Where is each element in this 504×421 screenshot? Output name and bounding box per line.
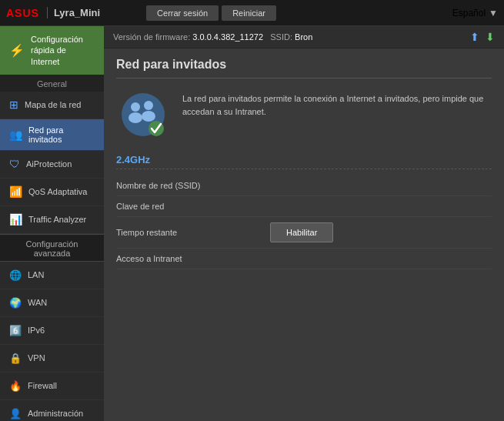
firmware-version: 3.0.0.4.382_11272 [192, 32, 263, 42]
form-row-key: Clave de red [116, 196, 492, 217]
product-name: Lyra_Mini [47, 7, 100, 18]
field-label-intranet: Acceso a Intranet [116, 254, 270, 263]
field-value-time: Habilitar [270, 222, 492, 242]
guest-network-icon: 👥 [9, 129, 22, 141]
sidebar-item-label: Administración [28, 409, 83, 418]
traffic-icon: 📊 [9, 213, 22, 226]
admin-icon: 👤 [9, 408, 22, 419]
aiprotection-icon: 🛡 [9, 158, 20, 170]
ssid-value: Bron [295, 32, 312, 42]
sidebar-item-vpn[interactable]: 🔒 VPN [0, 345, 104, 373]
sidebar-item-lan[interactable]: 🌐 LAN [0, 262, 104, 289]
sidebar-item-firewall[interactable]: 🔥 Firewall [0, 373, 104, 400]
sidebar-item-label: QoS Adaptativa [28, 187, 87, 196]
page-content: Red para invitados [104, 48, 504, 279]
firmware-info: Versión de firmware: 3.0.0.4.382_11272 S… [113, 32, 312, 42]
sidebar-item-label: Firewall [28, 381, 57, 390]
form-row-time: Tiempo restante Habilitar [116, 217, 492, 249]
qos-icon: 📶 [9, 185, 22, 198]
sidebar-item-label: Mapa de la red [25, 100, 81, 109]
form-row-intranet: Acceso a Intranet [116, 249, 492, 269]
sidebar-item-admin[interactable]: 👤 Administración [0, 400, 104, 421]
firmware-icons: ⬆ ⬇ [470, 31, 495, 43]
sidebar-item-label: WAN [28, 298, 47, 307]
asus-logo: ASUS [6, 7, 39, 19]
guest-network-svg [116, 90, 170, 140]
sidebar: ⚡ Configuración rápida de Internet Gener… [0, 26, 104, 421]
wan-icon: 🌍 [9, 297, 22, 309]
form-table: Nombre de red (SSID) Clave de red Tiempo… [116, 175, 492, 269]
sidebar-item-aiprotection[interactable]: 🛡 AiProtection [0, 151, 104, 179]
section-24ghz: 2.4GHz [116, 154, 492, 169]
form-row-ssid: Nombre de red (SSID) [116, 175, 492, 196]
logout-button[interactable]: Cerrar sesión [146, 5, 219, 21]
download-icon[interactable]: ⬇ [486, 31, 495, 43]
sidebar-item-quick-internet[interactable]: ⚡ Configuración rápida de Internet [0, 26, 104, 75]
sidebar-item-ipv6[interactable]: 6️⃣ IPv6 [0, 317, 104, 345]
firmware-label: Versión de firmware: [113, 32, 190, 42]
field-label-time: Tiempo restante [116, 228, 270, 237]
sidebar-item-label: Red para invitados [28, 125, 95, 144]
enable-button[interactable]: Habilitar [270, 222, 333, 242]
chevron-down-icon: ▼ [489, 8, 498, 18]
sidebar-item-label: LAN [28, 270, 44, 279]
upload-icon[interactable]: ⬆ [470, 31, 479, 43]
page-title: Red para invitados [116, 58, 492, 79]
network-map-icon: ⊞ [9, 99, 18, 111]
sidebar-item-wan[interactable]: 🌍 WAN [0, 289, 104, 317]
lan-icon: 🌐 [9, 269, 22, 281]
sidebar-item-label: Traffic Analyzer [28, 215, 86, 224]
sidebar-item-mapa[interactable]: ⊞ Mapa de la red [0, 92, 104, 119]
svg-point-1 [131, 102, 140, 112]
sidebar-section-general: General [0, 75, 104, 92]
main-content-area: Versión de firmware: 3.0.0.4.382_11272 S… [104, 26, 504, 421]
restart-button[interactable]: Reiniciar [222, 5, 276, 21]
sidebar-top-item-label: Configuración rápida de Internet [31, 34, 95, 67]
ipv6-icon: 6️⃣ [9, 325, 22, 336]
sidebar-item-label: VPN [28, 353, 45, 363]
svg-point-2 [129, 112, 142, 123]
firmware-bar: Versión de firmware: 3.0.0.4.382_11272 S… [104, 26, 504, 48]
lang-label: Español [452, 8, 486, 18]
logo: ASUS Lyra_Mini [6, 7, 100, 19]
vpn-icon: 🔒 [9, 353, 22, 364]
field-label-ssid: Nombre de red (SSID) [116, 181, 270, 190]
main-layout: ⚡ Configuración rápida de Internet Gener… [0, 26, 504, 421]
guest-network-illustration [116, 88, 170, 142]
sidebar-item-red-invitados[interactable]: 👥 Red para invitados [0, 119, 104, 151]
svg-point-3 [144, 101, 153, 110]
sidebar-item-label: IPv6 [28, 326, 45, 335]
svg-point-4 [142, 111, 155, 122]
firewall-icon: 🔥 [9, 380, 22, 392]
sidebar-item-traffic[interactable]: 📊 Traffic Analyzer [0, 206, 104, 234]
sidebar-item-label: AiProtection [26, 159, 72, 169]
header-buttons: Cerrar sesión Reiniciar [146, 5, 276, 21]
header: ASUS Lyra_Mini Cerrar sesión Reiniciar E… [0, 0, 504, 26]
ssid-label: SSID: [270, 32, 292, 42]
sidebar-section-advanced: Configuración avanzada [0, 234, 104, 262]
sidebar-item-qos[interactable]: 📶 QoS Adaptativa [0, 179, 104, 206]
info-box: La red para invitados permite la conexió… [116, 88, 492, 142]
language-selector[interactable]: Español ▼ [452, 8, 498, 18]
quick-internet-icon: ⚡ [9, 43, 25, 58]
field-label-key: Clave de red [116, 202, 270, 211]
info-text: La red para invitados permite la conexió… [182, 88, 492, 118]
